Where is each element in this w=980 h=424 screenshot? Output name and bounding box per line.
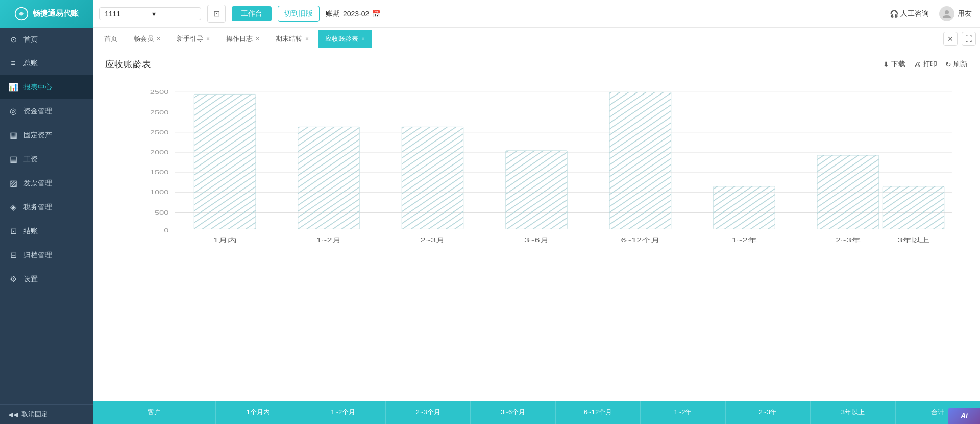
tab-log[interactable]: 操作日志× xyxy=(219,30,266,48)
tab-close-member[interactable]: × xyxy=(157,35,160,42)
switch-button[interactable]: 切到旧版 xyxy=(278,6,320,22)
user-name: 用友 xyxy=(958,9,972,18)
svg-text:6~12个月: 6~12个月 xyxy=(621,237,660,244)
company-selector[interactable]: 1111 ▾ xyxy=(99,7,201,20)
chart-area: 2500 2500 2500 2000 1500 1000 500 0 1月内 xyxy=(93,77,980,401)
table-col-8: 3年以上 xyxy=(811,401,895,424)
refresh-button[interactable]: ↻ 刷新 xyxy=(945,60,968,69)
chart-container: 2500 2500 2500 2000 1500 1000 500 0 1月内 xyxy=(113,87,960,255)
table-col-5: 6~12个月 xyxy=(556,401,641,424)
svg-text:1月内: 1月内 xyxy=(213,237,236,244)
sidebar-label-salary: 工资 xyxy=(23,155,38,164)
download-button[interactable]: ⬇ 下载 xyxy=(883,60,905,69)
checkout-icon: ⊡ xyxy=(8,226,18,236)
tab-home[interactable]: 首页 xyxy=(97,30,125,48)
ai-badge: Ai xyxy=(948,408,980,424)
sidebar-item-settings[interactable]: ⚙设置 xyxy=(0,267,93,291)
sidebar-item-archive[interactable]: ⊟归档管理 xyxy=(0,243,93,267)
tab-aging[interactable]: 应收账龄表× xyxy=(318,30,372,48)
assets-icon: ▦ xyxy=(8,130,18,140)
sidebar-label-archive: 归档管理 xyxy=(23,251,52,260)
sidebar-item-invoice[interactable]: ▨发票管理 xyxy=(0,171,93,195)
sidebar-label-assets: 固定资产 xyxy=(23,131,52,140)
tax-icon: ◈ xyxy=(8,202,18,212)
download-icon: ⬇ xyxy=(883,60,889,68)
ledger-icon: ≡ xyxy=(8,59,18,68)
sidebar-item-salary[interactable]: ▤工资 xyxy=(0,147,93,171)
tab-period-end[interactable]: 期末结转× xyxy=(268,30,316,48)
sidebar-label-home: 首页 xyxy=(23,35,38,44)
page-title: 应收账龄表 xyxy=(105,58,151,70)
table-col-2: 1~2个月 xyxy=(301,401,386,424)
tabs-bar: 首页畅会员×新手引导×操作日志×期末结转×应收账龄表× ✕ ⛶ xyxy=(93,28,980,50)
refresh-icon: ↻ xyxy=(945,60,951,68)
period-area: 账期 2023-02 📅 xyxy=(326,9,381,18)
archive-icon: ⊟ xyxy=(8,250,18,260)
page-content: 应收账龄表 ⬇ 下载 🖨 打印 ↻ 刷新 xyxy=(93,50,980,424)
dropdown-icon: ▾ xyxy=(152,10,195,18)
sidebar-item-assets[interactable]: ▦固定资产 xyxy=(0,123,93,147)
svg-text:1~2月: 1~2月 xyxy=(316,237,341,244)
settings-icon: ⚙ xyxy=(8,274,18,284)
sidebar-scroll: ⊙首页≡总账📊报表中心◎资金管理▦固定资产▤工资▨发票管理◈税务管理⊡结账⊟归档… xyxy=(0,28,93,404)
tab-label-home: 首页 xyxy=(104,34,117,43)
logo-text: 畅捷通易代账 xyxy=(33,9,79,18)
page-header: 应收账龄表 ⬇ 下载 🖨 打印 ↻ 刷新 xyxy=(93,50,980,77)
copy-icon-btn[interactable]: ⊡ xyxy=(207,5,226,23)
consult-button[interactable]: 🎧 人工咨询 xyxy=(890,9,929,18)
sidebar-label-reports: 报表中心 xyxy=(23,83,52,92)
user-area[interactable]: 用友 xyxy=(939,6,972,21)
print-button[interactable]: 🖨 打印 xyxy=(914,60,937,69)
svg-rect-33 xyxy=(883,186,944,229)
svg-text:2500: 2500 xyxy=(150,89,169,96)
table-col-3: 2~3个月 xyxy=(386,401,471,424)
sidebar-item-reports[interactable]: 📊报表中心 xyxy=(0,75,93,99)
svg-text:2500: 2500 xyxy=(150,129,169,135)
avatar xyxy=(939,6,954,21)
tab-close-guide[interactable]: × xyxy=(206,35,210,42)
sidebar-footer-pin[interactable]: ◀◀ 取消固定 xyxy=(0,404,93,424)
print-icon: 🖨 xyxy=(914,60,921,68)
consult-label: 人工咨询 xyxy=(900,9,929,18)
company-name: 1111 xyxy=(105,10,148,18)
bar-chart: 2500 2500 2500 2000 1500 1000 500 0 1月内 xyxy=(113,87,960,255)
svg-text:3~6月: 3~6月 xyxy=(524,237,549,244)
sidebar-item-home[interactable]: ⊙首页 xyxy=(0,28,93,52)
svg-text:0: 0 xyxy=(164,227,168,233)
tab-label-guide: 新手引导 xyxy=(177,34,203,43)
workspace-button[interactable]: 工作台 xyxy=(232,6,272,21)
sidebar-label-checkout: 结账 xyxy=(23,227,38,236)
table-col-4: 3~6个月 xyxy=(471,401,555,424)
home-icon: ⊙ xyxy=(8,35,18,44)
tab-member[interactable]: 畅会员× xyxy=(127,30,167,48)
sidebar-item-funds[interactable]: ◎资金管理 xyxy=(0,99,93,123)
sidebar-label-settings: 设置 xyxy=(23,275,38,284)
sidebar-footer-label: 取消固定 xyxy=(21,410,48,419)
table-col-6: 1~2年 xyxy=(641,401,725,424)
sidebar-item-tax[interactable]: ◈税务管理 xyxy=(0,195,93,219)
tab-close-aging[interactable]: × xyxy=(361,35,365,42)
sidebar-label-ledger: 总账 xyxy=(23,59,38,68)
sidebar-item-checkout[interactable]: ⊡结账 xyxy=(0,219,93,243)
close-tab-btn[interactable]: ✕ xyxy=(943,32,958,46)
svg-rect-27 xyxy=(609,92,671,229)
invoice-icon: ▨ xyxy=(8,178,18,188)
sidebar: ⊙首页≡总账📊报表中心◎资金管理▦固定资产▤工资▨发票管理◈税务管理⊡结账⊟归档… xyxy=(0,28,93,424)
tab-close-period-end[interactable]: × xyxy=(305,35,309,42)
page-actions: ⬇ 下载 🖨 打印 ↻ 刷新 xyxy=(883,60,968,69)
svg-text:2000: 2000 xyxy=(150,149,169,156)
sidebar-label-invoice: 发票管理 xyxy=(23,179,52,188)
logo: 畅捷通易代账 xyxy=(0,0,93,28)
pin-icon: ◀◀ xyxy=(8,411,18,418)
calendar-icon[interactable]: 📅 xyxy=(372,10,381,18)
sidebar-label-tax: 税务管理 xyxy=(23,203,52,212)
sidebar-label-funds: 资金管理 xyxy=(23,107,52,116)
tab-close-log[interactable]: × xyxy=(256,35,259,42)
sidebar-item-ledger[interactable]: ≡总账 xyxy=(0,52,93,75)
logo-icon xyxy=(14,7,29,21)
tab-guide[interactable]: 新手引导× xyxy=(169,30,217,48)
svg-rect-25 xyxy=(506,151,568,229)
expand-tab-btn[interactable]: ⛶ xyxy=(962,32,976,46)
svg-text:1500: 1500 xyxy=(150,169,169,176)
tab-label-log: 操作日志 xyxy=(226,34,253,43)
